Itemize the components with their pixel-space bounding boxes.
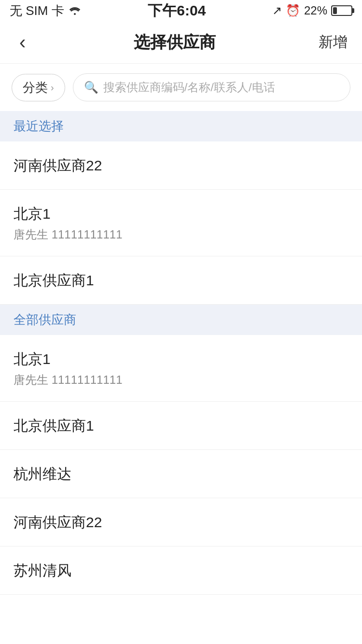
supplier-name: 河南供应商22 <box>14 156 348 176</box>
list-item[interactable]: 北京1唐先生 11111111111 <box>0 335 362 402</box>
supplier-name: 北京1 <box>14 350 348 369</box>
supplier-name: 北京供应商1 <box>14 416 348 436</box>
search-box[interactable]: 🔍 搜索供应商编码/名称/联系人/电话 <box>73 73 350 101</box>
supplier-name: 苏州清风 <box>14 561 348 581</box>
search-icon: 🔍 <box>84 81 98 94</box>
battery-fill <box>333 7 337 14</box>
supplier-name: 北京1 <box>14 204 348 224</box>
supplier-name: 杭州维达 <box>14 464 348 484</box>
no-sim-label: 无 SIM 卡 <box>10 2 64 19</box>
supplier-contact: 唐先生 11111111111 <box>14 227 348 242</box>
battery-bar <box>331 5 352 16</box>
sections-container: 最近选择河南供应商22北京1唐先生 11111111111北京供应商1全部供应商… <box>0 111 362 595</box>
list-item[interactable]: 苏州清风 <box>0 546 362 595</box>
alarm-icon: ⏰ <box>286 4 300 17</box>
supplier-contact: 唐先生 11111111111 <box>14 372 348 388</box>
list-item[interactable]: 河南供应商22 <box>0 141 362 190</box>
section-header-1: 全部供应商 <box>0 305 362 335</box>
category-label: 分类 <box>23 79 48 96</box>
list-item[interactable]: 北京供应商1 <box>0 256 362 305</box>
list-item[interactable]: 北京供应商1 <box>0 402 362 450</box>
supplier-name: 河南供应商22 <box>14 513 348 532</box>
list-item[interactable]: 杭州维达 <box>0 450 362 498</box>
chevron-right-icon: › <box>51 82 54 93</box>
section-header-0: 最近选择 <box>0 111 362 141</box>
status-time: 下午6:04 <box>148 1 206 21</box>
list-item[interactable]: 河南供应商22 <box>0 498 362 546</box>
category-button[interactable]: 分类 › <box>12 74 65 101</box>
battery-percent: 22% <box>304 4 327 17</box>
list-item[interactable]: 北京1唐先生 11111111111 <box>0 190 362 256</box>
status-bar-right: ↗ ⏰ 22% <box>272 4 352 17</box>
nav-bar: ‹ 选择供应商 新增 <box>0 21 362 64</box>
page-title: 选择供应商 <box>134 31 216 54</box>
supplier-name: 北京供应商1 <box>14 271 348 291</box>
filter-row: 分类 › 🔍 搜索供应商编码/名称/联系人/电话 <box>0 64 362 111</box>
status-bar-left: 无 SIM 卡 <box>10 2 82 19</box>
add-action-button[interactable]: 新增 <box>319 32 348 52</box>
search-placeholder: 搜索供应商编码/名称/联系人/电话 <box>103 80 275 95</box>
status-bar: 无 SIM 卡 下午6:04 ↗ ⏰ 22% <box>0 0 362 21</box>
location-icon: ↗ <box>272 4 282 17</box>
back-button[interactable]: ‹ <box>14 27 30 58</box>
wifi-icon <box>68 3 82 18</box>
